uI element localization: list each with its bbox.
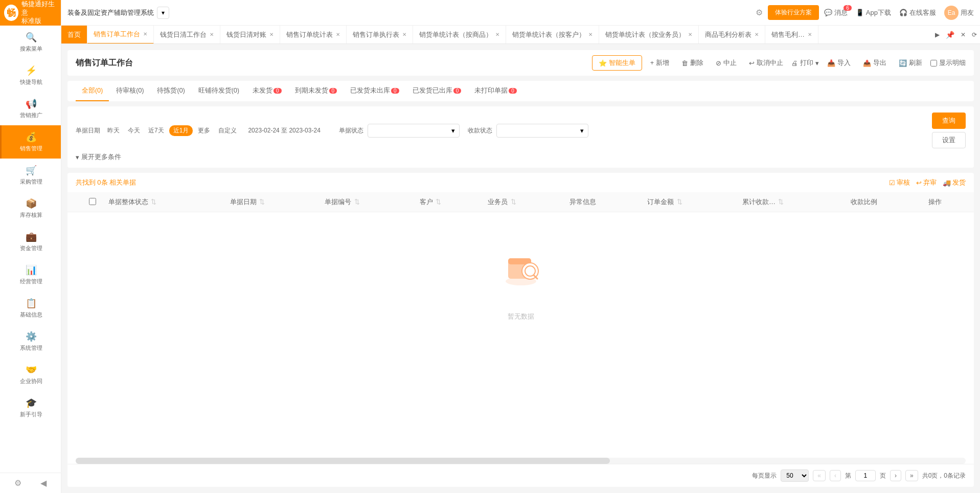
date-more-btn[interactable]: 更多: [195, 125, 213, 136]
col-customer[interactable]: 客户 ⇅: [414, 192, 482, 212]
add-button[interactable]: + 新增: [646, 56, 673, 70]
suspend-button[interactable]: ⊘ 中止: [712, 56, 741, 70]
tab-consign-cust[interactable]: 销货单统计表（按客户） ✕: [506, 26, 599, 44]
scroll-track[interactable]: [76, 458, 966, 464]
sidebar-item-quick[interactable]: ⚡ 快捷导航: [0, 59, 61, 92]
unrev-button[interactable]: ↩ 弃审: [916, 178, 937, 187]
tab-consign-staff[interactable]: 销货单统计表（按业务员） ✕: [599, 26, 699, 44]
print-button[interactable]: 🖨 打印 ▾: [791, 58, 819, 68]
scroll-thumb[interactable]: [76, 458, 610, 464]
filter-tab-pending-review[interactable]: 待审核(0): [110, 81, 150, 101]
tab-sales-exec[interactable]: 销售订单执行表 ✕: [347, 26, 413, 44]
sidebar-item-system[interactable]: ⚙️ 系统管理: [0, 325, 61, 358]
filter-tab-pending-inspect[interactable]: 待拣货(0): [151, 81, 191, 101]
tab-close-sales-exec[interactable]: ✕: [402, 32, 406, 37]
date-custom-btn[interactable]: 自定义: [215, 125, 240, 136]
prev-page-button[interactable]: ‹: [830, 470, 841, 481]
collapse-button[interactable]: ◀: [40, 478, 47, 488]
last-page-button[interactable]: »: [905, 470, 918, 481]
app-download-action[interactable]: 📱 App下载: [856, 8, 891, 17]
page-size-select[interactable]: 50 10 20 100: [781, 469, 809, 482]
user-action[interactable]: Ea 用友: [944, 6, 974, 20]
refresh-button[interactable]: 🔄 刷新: [895, 56, 926, 70]
tab-consign-prod[interactable]: 销货单统计表（按商品） ✕: [413, 26, 506, 44]
import-button[interactable]: 📥 导入: [823, 56, 855, 70]
total-info: 共0页，0条记录: [922, 472, 966, 480]
sidebar-item-inventory[interactable]: 📦 库存核算: [0, 192, 61, 225]
payment-select[interactable]: ▾: [496, 124, 588, 138]
filter-tab-all[interactable]: 全部(0): [76, 81, 109, 101]
next-page-button[interactable]: ›: [890, 470, 901, 481]
date-filter: 单据日期 昨天 今天 近7天 近1月 更多 自定义 2023-02-24 至 2…: [76, 125, 321, 136]
sidebar-item-search[interactable]: 🔍 搜索菜单: [0, 26, 61, 59]
query-button[interactable]: 查询: [932, 113, 966, 129]
tab-sales-stats[interactable]: 销售订单统计表 ✕: [280, 26, 347, 44]
ship-button[interactable]: 🚚 发货: [943, 178, 966, 187]
sidebar-item-sales[interactable]: 💰 销售管理: [0, 125, 61, 159]
system-dropdown[interactable]: ▾: [157, 7, 169, 19]
tab-sales-workbench[interactable]: 销售订单工作台 ✕: [87, 26, 154, 44]
tab-close-consign-cust[interactable]: ✕: [588, 32, 592, 37]
col-date[interactable]: 单据日期 ⇅: [224, 192, 319, 212]
export-button[interactable]: 📤 导出: [859, 56, 891, 70]
first-page-button[interactable]: «: [813, 470, 826, 481]
tab-close-consign-staff[interactable]: ✕: [688, 32, 692, 37]
filter-tab-not-printed[interactable]: 未打印单据0: [468, 81, 523, 101]
col-amount[interactable]: 订单金额 ⇅: [641, 192, 736, 212]
date-1month-btn[interactable]: 近1月: [169, 125, 193, 136]
col-received[interactable]: 累计收款… ⇅: [736, 192, 845, 212]
status-select[interactable]: ▾: [368, 124, 460, 138]
set-button[interactable]: 设置: [932, 132, 966, 148]
tab-home[interactable]: 首页: [61, 26, 87, 44]
col-status[interactable]: 单据整体状态 ⇅: [102, 192, 224, 212]
col-number[interactable]: 单据编号 ⇅: [318, 192, 414, 212]
inventory-icon: 📦: [26, 198, 37, 209]
message-action[interactable]: 💬 消息 6: [824, 8, 848, 17]
tabs-refresh-button[interactable]: ⟳: [969, 29, 980, 40]
date-7days-btn[interactable]: 近7天: [145, 125, 167, 136]
sidebar-item-guide[interactable]: 🎓 新手引导: [0, 391, 61, 424]
tab-close-sales-workbench[interactable]: ✕: [143, 31, 147, 37]
smart-gen-button[interactable]: ⭐ 智能生单: [592, 55, 642, 71]
tab-close-sales-more[interactable]: ✕: [808, 32, 812, 37]
tab-cash-daily[interactable]: 钱货日清工作台 ✕: [154, 26, 220, 44]
tab-close-sales-stats[interactable]: ✕: [336, 32, 340, 37]
delete-button[interactable]: 🗑 删除: [677, 56, 708, 70]
sidebar-item-operation[interactable]: 📊 经营管理: [0, 258, 61, 292]
select-all-checkbox[interactable]: [89, 198, 96, 205]
filter-tab-shipped-out[interactable]: 已发货已出库0: [406, 81, 468, 101]
settings-gear-button[interactable]: ⚙: [756, 8, 763, 17]
tab-close-cash-account[interactable]: ✕: [269, 32, 274, 37]
sidebar-item-basic[interactable]: 📋 基础信息: [0, 292, 61, 325]
tab-cash-account[interactable]: 钱货日清对账 ✕: [220, 26, 280, 44]
sidebar-item-marketing[interactable]: 📢 营销推广: [0, 92, 61, 125]
online-service-action[interactable]: 🎧 在线客服: [899, 8, 936, 17]
sidebar-item-corp[interactable]: 🤝 企业协同: [0, 358, 61, 391]
tab-close-consign-prod[interactable]: ✕: [495, 32, 499, 37]
date-today-btn[interactable]: 今天: [125, 125, 143, 136]
sidebar-item-finance[interactable]: 💼 资金管理: [0, 225, 61, 258]
tab-gross-profit[interactable]: 商品毛利分析表 ✕: [699, 26, 765, 44]
tabs-pin-button[interactable]: 📌: [943, 29, 958, 41]
filter-tab-overdue-ship[interactable]: 到期未发货0: [289, 81, 344, 101]
tab-close-gross-profit[interactable]: ✕: [755, 32, 759, 37]
tabs-more-button[interactable]: ▶: [932, 29, 943, 40]
show-detail-checkbox[interactable]: 显示明细: [930, 58, 966, 68]
col-staff[interactable]: 业务员 ⇅: [482, 192, 563, 212]
filter-tab-shipped-no-out[interactable]: 已发货未出库0: [344, 81, 405, 101]
settings-button[interactable]: ⚙: [14, 478, 21, 488]
tabs-close-all-button[interactable]: ✕: [958, 29, 969, 40]
industry-solution-button[interactable]: 体验行业方案: [768, 5, 819, 20]
page-input[interactable]: [855, 470, 876, 481]
filter-tab-wangpu-ship[interactable]: 旺铺待发货(0): [192, 81, 245, 101]
sidebar-item-purchase[interactable]: 🛒 采购管理: [0, 159, 61, 192]
filter-tab-not-shipped[interactable]: 未发货0: [246, 81, 288, 101]
cancel-suspend-button[interactable]: ↩ 取消中止: [745, 56, 787, 70]
review-button[interactable]: ☑ 审核: [889, 178, 910, 187]
logo-text: 畅捷通好生意 标准版: [21, 0, 57, 26]
date-sort-icon: ⇅: [259, 198, 265, 206]
date-yesterday-btn[interactable]: 昨天: [104, 125, 123, 136]
tab-sales-more[interactable]: 销售毛利… ✕: [765, 26, 818, 44]
expand-filter-button[interactable]: ▾ 展开更多条件: [76, 152, 966, 162]
tab-close-cash-daily[interactable]: ✕: [210, 32, 214, 37]
